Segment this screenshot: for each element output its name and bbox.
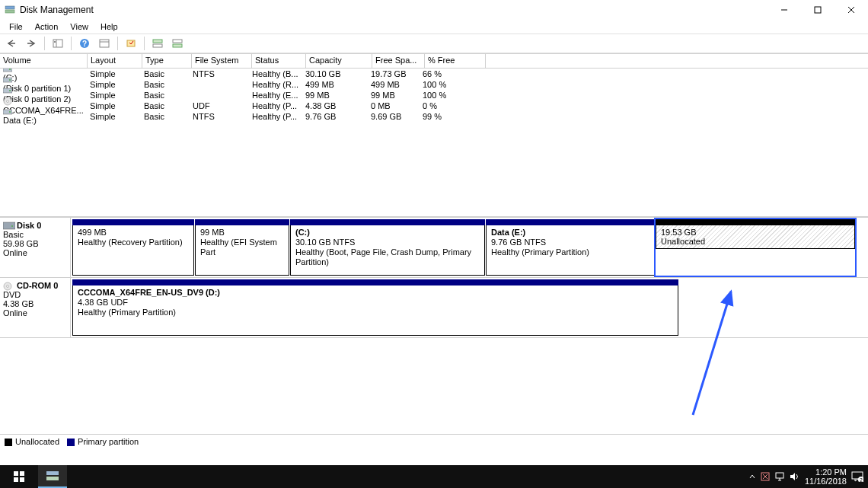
system-tray[interactable]: 1:20 PM 11/16/2018 2 xyxy=(748,467,863,486)
menu-view[interactable]: View xyxy=(64,21,94,33)
col-free[interactable]: Free Spa... xyxy=(372,54,425,68)
svg-rect-16 xyxy=(153,40,162,43)
partition-line: Healthy (Primary Partition) xyxy=(491,247,649,257)
svg-rect-17 xyxy=(153,44,162,47)
partition[interactable]: 499 MBHealthy (Recovery Partition) xyxy=(72,219,194,276)
svg-rect-0 xyxy=(5,6,14,9)
volume-row[interactable]: (Disk 0 partition 1)SimpleBasicHealthy (… xyxy=(0,79,868,90)
partition-body: 19.53 GBUnallocated xyxy=(656,225,855,249)
volume-row[interactable]: CCCOMA_X64FRE...SimpleBasicUDFHealthy (P… xyxy=(0,100,868,111)
disk-info[interactable]: CD-ROM 0DVD4.38 GBOnline xyxy=(0,278,71,337)
disk-graphical-view: Disk 0Basic59.98 GBOnline499 MBHealthy (… xyxy=(0,217,868,338)
disk-row: Disk 0Basic59.98 GBOnline499 MBHealthy (… xyxy=(0,218,868,278)
partition-container: CCCOMA_X64FRE_EN-US_DV9 (D:)4.38 GB UDFH… xyxy=(71,278,868,337)
partition[interactable]: (C:)30.10 GB NTFSHealthy (Boot, Page Fil… xyxy=(290,219,485,276)
refresh-button[interactable] xyxy=(96,35,113,52)
partition[interactable]: 99 MBHealthy (EFI System Part xyxy=(195,219,289,276)
back-button[interactable] xyxy=(3,35,20,52)
view-bottom-button[interactable] xyxy=(169,35,186,52)
partition-stripe xyxy=(72,219,194,225)
menu-help[interactable]: Help xyxy=(94,21,124,33)
rescan-button[interactable] xyxy=(123,35,139,52)
minimize-button[interactable] xyxy=(767,0,801,20)
svg-rect-13 xyxy=(100,40,109,47)
tray-date: 11/16/2018 xyxy=(805,477,847,486)
tray-security-icon[interactable] xyxy=(761,472,770,481)
volume-row[interactable]: (Disk 0 partition 2)SimpleBasicHealthy (… xyxy=(0,90,868,100)
menu-file[interactable]: File xyxy=(3,21,29,33)
view-top-button[interactable] xyxy=(149,35,166,52)
volume-fs: NTFS xyxy=(190,69,249,78)
col-percent[interactable]: % Free xyxy=(425,54,486,68)
partition-line: Unallocated xyxy=(661,237,850,246)
volume-row[interactable]: Data (E:)SimpleBasicNTFSHealthy (P...9.7… xyxy=(0,111,868,122)
svg-point-23 xyxy=(9,79,11,81)
partition-line: Healthy (Primary Partition) xyxy=(78,308,673,317)
col-layout[interactable]: Layout xyxy=(88,54,142,68)
disk-size: 59.98 GB xyxy=(3,239,67,248)
partition-title: CCCOMA_X64FRE_EN-US_DV9 (D:) xyxy=(78,288,673,298)
volume-status: Healthy (E... xyxy=(249,91,302,100)
disk-row: CD-ROM 0DVD4.38 GBOnlineCCCOMA_X64FRE_EN… xyxy=(0,278,868,338)
volume-type: Basic xyxy=(141,91,190,100)
volume-layout: Simple xyxy=(87,80,141,89)
disc-icon xyxy=(3,97,84,106)
partition-body: 499 MBHealthy (Recovery Partition) xyxy=(72,225,194,276)
partition-stripe xyxy=(72,279,678,285)
volume-list-header: Volume Layout Type File System Status Ca… xyxy=(0,53,868,69)
svg-point-27 xyxy=(7,100,9,103)
volume-list[interactable]: (C:)SimpleBasicNTFSHealthy (B...30.10 GB… xyxy=(0,69,868,217)
svg-point-31 xyxy=(11,225,13,227)
svg-rect-30 xyxy=(3,222,15,229)
taskbar[interactable]: 1:20 PM 11/16/2018 2 xyxy=(0,465,868,488)
volume-pct: 100 % xyxy=(420,80,480,89)
window-title: Disk Management xyxy=(20,5,94,15)
tray-network-icon[interactable] xyxy=(774,472,785,481)
unallocated-space[interactable]: 19.53 GBUnallocated xyxy=(656,219,855,276)
partition[interactable]: Data (E:)9.76 GB NTFSHealthy (Primary Pa… xyxy=(486,219,655,276)
tray-notifications-icon[interactable]: 2 xyxy=(851,471,863,482)
taskbar-disk-management[interactable] xyxy=(38,465,67,488)
partition-body: Data (E:)9.76 GB NTFSHealthy (Primary Pa… xyxy=(486,225,655,276)
volume-status: Healthy (B... xyxy=(249,69,302,78)
col-filesystem[interactable]: File System xyxy=(192,54,252,68)
volume-free: 19.73 GB xyxy=(368,69,420,78)
volume-name: Data (E:) xyxy=(3,116,37,125)
tray-volume-icon[interactable] xyxy=(790,472,800,481)
partition[interactable]: CCCOMA_X64FRE_EN-US_DV9 (D:)4.38 GB UDFH… xyxy=(72,279,678,336)
svg-rect-28 xyxy=(3,110,12,114)
close-button[interactable] xyxy=(834,0,868,20)
svg-rect-39 xyxy=(46,471,59,475)
svg-rect-44 xyxy=(776,473,783,478)
disk-type: DVD xyxy=(3,290,67,299)
tray-chevron-icon[interactable] xyxy=(748,473,756,480)
partition-line: Healthy (Boot, Page File, Crash Dump, Pr… xyxy=(295,247,480,267)
volume-layout: Simple xyxy=(87,112,141,121)
disk-info[interactable]: Disk 0Basic59.98 GBOnline xyxy=(0,218,71,277)
volume-fs: NTFS xyxy=(190,112,249,121)
start-button[interactable] xyxy=(5,466,34,487)
disk-status: Online xyxy=(3,248,67,257)
hdd-icon xyxy=(3,222,14,229)
partition-stripe xyxy=(290,219,485,225)
partition-container: 499 MBHealthy (Recovery Partition)99 MBH… xyxy=(71,218,868,277)
drive-icon xyxy=(3,108,84,116)
col-status[interactable]: Status xyxy=(252,54,306,68)
svg-rect-19 xyxy=(173,44,182,47)
disk-name: Disk 0 xyxy=(17,221,41,230)
volume-capacity: 99 MB xyxy=(302,91,368,100)
col-type[interactable]: Type xyxy=(142,54,192,68)
col-volume[interactable]: Volume xyxy=(0,54,88,68)
svg-rect-40 xyxy=(46,477,59,480)
partition-line: Healthy (EFI System Part xyxy=(200,238,284,257)
col-capacity[interactable]: Capacity xyxy=(306,54,372,68)
tray-clock[interactable]: 1:20 PM 11/16/2018 xyxy=(805,467,847,486)
svg-rect-38 xyxy=(20,477,24,482)
partition-body: 99 MBHealthy (EFI System Part xyxy=(195,225,289,276)
volume-row[interactable]: (C:)SimpleBasicNTFSHealthy (B...30.10 GB… xyxy=(0,69,868,79)
show-hide-tree-button[interactable] xyxy=(49,35,66,52)
help-button[interactable]: ? xyxy=(76,35,93,52)
menu-action[interactable]: Action xyxy=(29,21,65,33)
forward-button[interactable] xyxy=(23,35,40,52)
maximize-button[interactable] xyxy=(801,0,834,20)
